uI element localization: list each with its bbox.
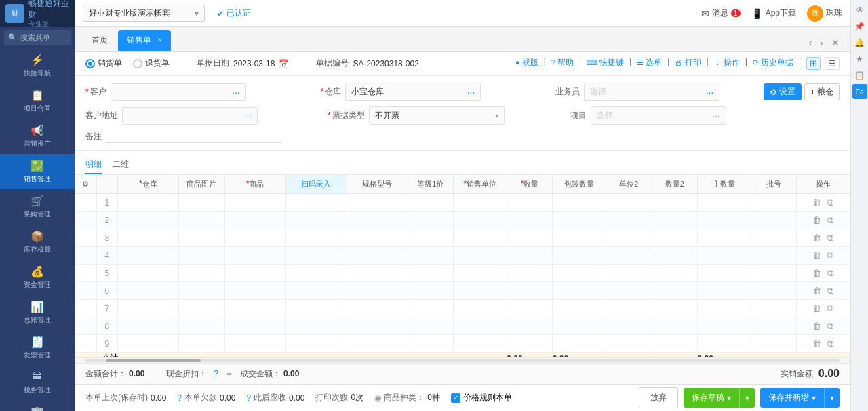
row-product-cell[interactable] [224, 265, 285, 282]
right-tool-pin[interactable]: 📌 [852, 19, 867, 34]
row-qty-cell[interactable] [507, 194, 553, 212]
col-settings[interactable]: ⚙ [75, 175, 97, 194]
tab-sales-order[interactable]: 销售单 × [118, 30, 171, 51]
row-warehouse-cell[interactable] [118, 317, 179, 335]
company-selector[interactable]: 好业财专业版演示帐套 ▾ [83, 5, 205, 22]
right-tool-view[interactable]: 👁 [852, 3, 867, 18]
select-btn[interactable]: ☰ 选单 [637, 57, 662, 70]
col-qty[interactable]: *数量 [507, 175, 553, 194]
save-draft-button[interactable]: 保存草稿 ▾ [684, 388, 739, 408]
row-scan-cell[interactable] [285, 194, 347, 212]
row-warehouse-cell[interactable] [118, 229, 179, 247]
help-btn[interactable]: ? 帮助 [551, 57, 574, 70]
row-delete-button[interactable]: 🗑 [811, 303, 822, 314]
project-input[interactable]: 选择... ··· [591, 106, 726, 125]
row-warehouse-cell[interactable] [118, 300, 179, 317]
sidebar-item-finance[interactable]: 💰 资金管理 [0, 260, 75, 295]
row-scan-cell[interactable] [285, 265, 347, 282]
row-scan-cell[interactable] [285, 229, 347, 247]
row-scan-cell[interactable] [285, 317, 347, 335]
sidebar-item-purchase[interactable]: 🛒 采购管理 [0, 189, 75, 224]
row-delete-button[interactable]: 🗑 [811, 286, 822, 296]
col-sale-unit[interactable]: *销售单位 [454, 175, 507, 194]
row-delete-button[interactable]: 🗑 [811, 250, 822, 261]
right-tool-bell[interactable]: 🔔 [852, 35, 867, 50]
messages-button[interactable]: ✉ 消息 1 [701, 7, 741, 19]
row-copy-button[interactable]: ⧉ [825, 268, 835, 279]
radio-sale[interactable]: 销货单 [85, 58, 122, 69]
row-warehouse-cell[interactable] [118, 282, 179, 300]
row-unit-cell[interactable] [454, 212, 507, 229]
row-unit-cell[interactable] [454, 247, 507, 265]
row-unit-cell[interactable] [454, 265, 507, 282]
sidebar-item-sales[interactable]: 💹 销售管理 [0, 154, 75, 189]
row-warehouse-cell[interactable] [118, 194, 179, 212]
row-product-cell[interactable] [224, 229, 285, 247]
row-copy-button[interactable]: ⧉ [825, 215, 835, 226]
row-product-cell[interactable] [224, 335, 285, 353]
save-draft-dropdown[interactable]: ▾ [739, 388, 755, 408]
save-new-button[interactable]: 保存并新增 ▾ [760, 388, 824, 408]
address-input[interactable]: ··· [122, 107, 258, 125]
row-qty-cell[interactable] [507, 212, 553, 229]
row-product-cell[interactable] [224, 317, 285, 335]
sidebar-item-project[interactable]: 📋 项目合同 [0, 83, 75, 119]
row-product-cell[interactable] [224, 282, 285, 300]
sidebar-item-marketing[interactable]: 📢 营销推广 [0, 119, 75, 154]
row-scan-cell[interactable] [285, 247, 347, 265]
row-qty-cell[interactable] [507, 335, 553, 353]
history-btn[interactable]: ⟳ 历史单据 [753, 57, 793, 70]
row-copy-button[interactable]: ⧉ [825, 303, 835, 314]
horizontal-scrollbar[interactable] [75, 357, 850, 363]
tab-next-icon[interactable]: › [817, 36, 826, 50]
calendar-icon[interactable]: 📅 [279, 59, 289, 68]
row-qty-cell[interactable] [507, 265, 553, 282]
row-unit-cell[interactable] [454, 317, 507, 335]
row-warehouse-cell[interactable] [118, 247, 179, 265]
row-warehouse-cell[interactable] [118, 335, 179, 353]
warehouse-input[interactable]: 小宝仓库 ··· [345, 83, 481, 101]
sidebar-item-tax[interactable]: 🏛 税务管理 [0, 366, 75, 400]
row-scan-cell[interactable] [285, 300, 347, 317]
sidebar-item-inventory[interactable]: 📦 库存核算 [0, 224, 75, 260]
row-delete-button[interactable]: 🗑 [811, 268, 822, 279]
app-download-button[interactable]: 📱 App下载 [751, 7, 796, 19]
save-new-dropdown[interactable]: ▾ [824, 388, 840, 408]
search-menu-button[interactable]: 🔍 搜索菜单 [4, 30, 71, 45]
price-check[interactable]: ✓ 价格规则本单 [451, 392, 512, 404]
abandon-button[interactable]: 放弃 [639, 387, 678, 408]
help-icon[interactable]: ? [214, 369, 218, 378]
tab-2d[interactable]: 二维 [113, 156, 129, 174]
row-product-cell[interactable] [224, 300, 285, 317]
row-copy-button[interactable]: ⧉ [825, 233, 835, 243]
debt-help-icon[interactable]: ? [177, 393, 182, 403]
row-delete-button[interactable]: 🗑 [811, 215, 822, 226]
row-product-cell[interactable] [224, 212, 285, 229]
sidebar-item-assets[interactable]: 🏢 固定资产 [0, 400, 75, 411]
row-delete-button[interactable]: 🗑 [811, 338, 822, 349]
sidebar-item-accounts[interactable]: 📊 总账管理 [0, 295, 75, 330]
list-view-icon[interactable]: ☰ [825, 57, 840, 70]
row-scan-cell[interactable] [285, 335, 347, 353]
row-unit-cell[interactable] [454, 282, 507, 300]
tab-close-all-icon[interactable]: ✕ [829, 36, 842, 50]
row-warehouse-cell[interactable] [118, 212, 179, 229]
row-copy-button[interactable]: ⧉ [825, 338, 835, 349]
invoice-select[interactable]: 不开票 ▾ [369, 106, 505, 125]
grid-view-icon[interactable]: ⊞ [806, 57, 821, 70]
receivable-help-icon[interactable]: ? [246, 393, 251, 403]
row-copy-button[interactable]: ⧉ [825, 321, 835, 332]
customer-input[interactable]: ··· [111, 83, 246, 101]
right-tool-star[interactable]: ★ [852, 52, 867, 66]
row-unit-cell[interactable] [454, 300, 507, 317]
row-copy-button[interactable]: ⧉ [825, 250, 835, 261]
scroll-thumb[interactable] [106, 359, 201, 362]
row-scan-cell[interactable] [285, 282, 347, 300]
row-delete-button[interactable]: 🗑 [811, 321, 822, 332]
right-tool-clip[interactable]: 📋 [852, 68, 867, 83]
row-product-cell[interactable] [224, 247, 285, 265]
sidebar-item-invoice[interactable]: 🧾 发票管理 [0, 330, 75, 366]
view-btn[interactable]: ● 视版 [515, 57, 538, 70]
sidebar-item-quick-nav[interactable]: ⚡ 快捷导航 [0, 48, 75, 83]
row-copy-button[interactable]: ⧉ [825, 286, 835, 296]
